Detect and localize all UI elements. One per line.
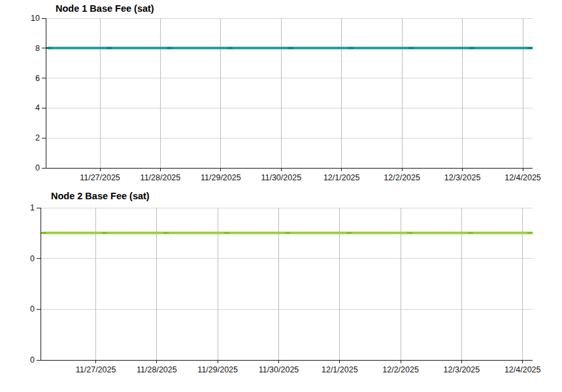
data-point-marker — [46, 47, 52, 49]
x-axis-tick — [100, 168, 101, 171]
y-axis-tick — [37, 360, 41, 361]
x-axis-tick — [278, 360, 279, 363]
data-point-marker — [285, 232, 290, 234]
x-tick-label: 12/4/2025 — [504, 365, 541, 374]
x-axis-tick — [341, 168, 342, 171]
y-axis-tick — [37, 258, 41, 259]
y-axis-tick — [37, 309, 41, 310]
horizontal-gridline — [41, 309, 533, 310]
x-tick-label: 11/28/2025 — [137, 365, 177, 374]
x-axis-tick — [339, 360, 340, 363]
x-axis-tick — [523, 168, 523, 171]
data-point-marker — [227, 47, 233, 49]
y-tick-label: 8 — [35, 44, 40, 53]
y-tick-label: 0 — [30, 304, 35, 314]
vertical-gridline — [100, 18, 101, 168]
data-point-marker — [288, 47, 293, 49]
vertical-gridline — [462, 18, 463, 168]
y-axis-tick — [42, 78, 46, 78]
x-axis-tick — [401, 360, 401, 363]
vertical-gridline — [522, 208, 523, 360]
vertical-gridline — [95, 208, 96, 360]
x-axis-tick — [281, 168, 282, 171]
data-point-marker — [527, 232, 533, 234]
data-point-marker — [468, 232, 473, 234]
x-tick-label: 12/2/2025 — [382, 365, 419, 374]
y-axis-tick — [42, 108, 46, 108]
vertical-gridline — [156, 208, 157, 360]
y-tick-label: 1 — [30, 203, 35, 212]
x-axis-tick — [95, 360, 96, 363]
vertical-gridline — [339, 208, 340, 360]
y-axis-tick — [42, 18, 46, 19]
y-tick-label: 0 — [30, 254, 35, 263]
plot-area-node2: 100011/27/202511/28/202511/29/202511/30/… — [41, 208, 533, 361]
vertical-gridline — [401, 208, 401, 360]
vertical-gridline — [341, 18, 342, 168]
horizontal-gridline — [41, 258, 533, 259]
horizontal-gridline — [46, 18, 533, 19]
x-axis-tick — [160, 168, 161, 171]
x-axis-tick — [522, 360, 523, 363]
chart-title-node2: Node 2 Base Fee (sat) — [51, 191, 150, 202]
x-tick-label: 12/4/2025 — [504, 173, 541, 182]
x-tick-label: 12/3/2025 — [444, 173, 481, 182]
x-tick-label: 11/27/2025 — [76, 365, 116, 374]
vertical-gridline — [523, 18, 523, 168]
data-point-marker — [348, 47, 354, 49]
horizontal-gridline — [41, 208, 533, 208]
data-point-marker — [527, 47, 533, 49]
x-tick-label: 11/30/2025 — [261, 173, 301, 182]
y-axis-tick — [42, 168, 46, 169]
x-tick-label: 11/28/2025 — [140, 173, 181, 182]
y-tick-label: 0 — [30, 355, 35, 365]
x-tick-label: 11/30/2025 — [259, 365, 299, 374]
y-axis-tick — [42, 138, 46, 139]
y-axis-tick — [37, 208, 41, 208]
horizontal-gridline — [46, 78, 533, 78]
vertical-gridline — [281, 18, 282, 168]
vertical-gridline — [461, 208, 462, 360]
x-tick-label: 11/29/2025 — [197, 365, 238, 374]
data-point-marker — [408, 47, 414, 49]
vertical-gridline — [218, 208, 218, 360]
chart-title-node1: Node 1 Base Fee (sat) — [56, 3, 154, 14]
plot-area-node1: 108642011/27/202511/28/202511/29/202511/… — [46, 18, 533, 169]
y-tick-label: 2 — [35, 133, 40, 142]
data-point-marker — [407, 232, 412, 234]
x-axis-tick — [402, 168, 403, 171]
data-point-marker — [469, 47, 474, 49]
x-tick-label: 11/27/2025 — [80, 173, 120, 182]
y-tick-label: 4 — [35, 103, 40, 112]
x-axis-tick — [218, 360, 218, 363]
data-point-marker — [346, 232, 352, 234]
data-point-marker — [41, 232, 46, 234]
data-point-marker — [163, 232, 169, 234]
data-point-marker — [102, 232, 107, 234]
y-tick-label: 0 — [35, 163, 40, 172]
x-tick-label: 12/1/2025 — [323, 173, 360, 182]
vertical-gridline — [160, 18, 161, 168]
x-tick-label: 12/1/2025 — [322, 365, 358, 374]
y-tick-label: 10 — [31, 14, 40, 23]
horizontal-gridline — [46, 108, 533, 108]
y-axis-tick — [42, 48, 46, 48]
vertical-gridline — [220, 18, 221, 168]
x-axis-tick — [156, 360, 157, 363]
x-tick-label: 12/2/2025 — [384, 173, 420, 182]
vertical-gridline — [278, 208, 279, 360]
charts-canvas: Node 1 Base Fee (sat) 108642011/27/20251… — [0, 0, 562, 392]
data-point-marker — [224, 232, 229, 234]
horizontal-gridline — [46, 138, 533, 139]
x-tick-label: 12/3/2025 — [444, 365, 480, 374]
x-axis-tick — [462, 168, 463, 171]
x-axis-tick — [461, 360, 462, 363]
vertical-gridline — [402, 18, 403, 168]
y-tick-label: 6 — [35, 74, 40, 83]
x-axis-tick — [220, 168, 221, 171]
data-point-marker — [107, 47, 112, 49]
x-tick-label: 11/29/2025 — [201, 173, 241, 182]
data-point-marker — [167, 47, 173, 49]
